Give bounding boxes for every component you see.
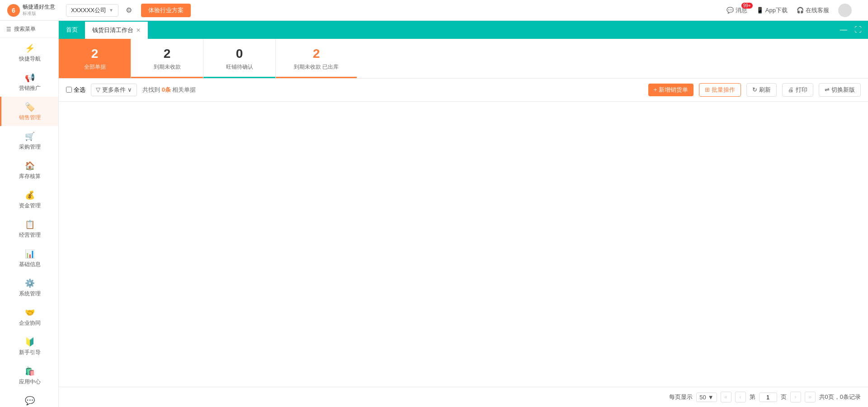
experience-button[interactable]: 体验行业方案 — [141, 4, 191, 17]
sidebar-item-finance[interactable]: 💰 资金管理 — [0, 185, 58, 214]
settings-icon[interactable]: ⚙ — [122, 4, 136, 17]
filter-icon: ▽ — [96, 86, 100, 93]
messages-badge: 99+ — [741, 3, 753, 9]
refresh-icon: ↻ — [752, 86, 757, 93]
sidebar-label-sales: 销售管理 — [19, 114, 41, 122]
last-page-button[interactable]: » — [805, 392, 816, 402]
tab-home[interactable]: 首页 — [59, 21, 85, 39]
top-header: 6 畅捷通好生意 标准版 XXXXXX公司 ▼ ⚙ 体验行业方案 💬 消息 99… — [0, 0, 868, 21]
company-arrow-icon: ▼ — [109, 8, 113, 13]
sidebar-label-beginner: 新手引导 — [19, 349, 41, 356]
sidebar-item-basic-info[interactable]: 📊 基础信息 — [0, 243, 58, 273]
online-service-label: 在线客服 — [806, 6, 829, 14]
sidebar-label-finance: 资金管理 — [19, 202, 41, 210]
app-name: 畅捷通好生意 — [23, 4, 55, 11]
refresh-button[interactable]: ↻ 刷新 — [746, 83, 777, 97]
sidebar-item-beginner[interactable]: 🔰 新手引导 — [0, 332, 58, 361]
sidebar-item-enterprise[interactable]: 🤝 企业协同 — [0, 302, 58, 332]
sidebar-label-marketing: 营销推广 — [19, 84, 41, 92]
tab-bar: 首页 钱货日清工作台 ✕ — ⛶ — [59, 21, 868, 39]
system-icon: ⚙️ — [25, 278, 35, 288]
messages-button[interactable]: 💬 消息 99+ — [726, 6, 747, 14]
sidebar-label-purchase: 采购管理 — [19, 143, 41, 151]
stat-num-all: 2 — [91, 46, 99, 61]
stat-underline-all — [59, 77, 131, 78]
per-page-label: 每页显示 — [669, 393, 693, 401]
stat-card-overdue[interactable]: 2 到期未收款 — [131, 39, 203, 78]
filter-label: 更多条件 — [102, 86, 126, 94]
stat-underline-overdue — [131, 77, 203, 78]
app-download-button[interactable]: 📱 App下载 — [756, 6, 788, 14]
switch-version-button[interactable]: ⇌ 切换新版 — [819, 83, 861, 97]
search-icon: ☰ — [6, 26, 11, 33]
company-selector[interactable]: XXXXXX公司 ▼ — [66, 4, 118, 17]
found-count: 0条 — [162, 86, 171, 93]
sidebar-item-operations[interactable]: 📋 经营管理 — [0, 214, 58, 243]
pagination-bar: 每页显示 50 ▼ « ‹ 第 页 › » 共0页，0条记录 — [59, 387, 868, 407]
tab-close-icon[interactable]: ✕ — [136, 27, 141, 33]
basic-info-icon: 📊 — [25, 249, 35, 259]
sidebar: ☰ 搜索菜单 ⚡ 快捷导航 📢 营销推广 🏷️ 销售管理 🛒 采购管理 🏠 库存… — [0, 21, 59, 407]
search-menu-button[interactable]: ☰ 搜索菜单 — [0, 21, 58, 38]
print-button[interactable]: 🖨 打印 — [782, 83, 813, 97]
refresh-label: 刷新 — [759, 86, 771, 94]
tab-minimize-button[interactable]: — — [837, 23, 850, 36]
page-number-input[interactable] — [759, 393, 777, 402]
select-all-input[interactable] — [66, 87, 72, 93]
first-page-button[interactable]: « — [721, 392, 731, 402]
found-prefix: 共找到 — [142, 86, 160, 93]
tab-home-label: 首页 — [66, 26, 78, 34]
search-menu-label: 搜索菜单 — [14, 25, 36, 33]
switch-label: 切换新版 — [831, 86, 855, 94]
sidebar-item-purchase[interactable]: 🛒 采购管理 — [0, 126, 58, 155]
stat-underline-pending — [203, 77, 275, 78]
beginner-icon: 🔰 — [25, 337, 35, 347]
print-label: 打印 — [796, 86, 807, 94]
marketing-icon: 📢 — [25, 73, 35, 83]
add-sales-order-button[interactable]: + 新增销货单 — [648, 84, 693, 96]
found-suffix: 相关单据 — [172, 86, 196, 93]
stat-card-pending[interactable]: 0 旺铺待确认 — [203, 39, 276, 78]
inventory-icon: 🏠 — [25, 161, 35, 171]
sidebar-item-app-center[interactable]: 🛍️ 应用中心 — [0, 361, 58, 390]
next-page-button[interactable]: › — [790, 392, 801, 402]
batch-label: 批量操作 — [712, 86, 735, 94]
tab-workspace[interactable]: 钱货日清工作台 ✕ — [85, 21, 148, 39]
stat-num-pending: 0 — [236, 46, 243, 61]
stat-label-not-shipped: 到期未收款 已出库 — [294, 63, 339, 71]
filter-button[interactable]: ▽ 更多条件 ∨ — [91, 84, 137, 96]
batch-operation-button[interactable]: ⊞ 批量操作 — [699, 83, 741, 97]
select-all-checkbox[interactable]: 全选 — [66, 86, 85, 94]
content-area: 首页 钱货日清工作台 ✕ — ⛶ 2 全部单据 2 — [59, 21, 868, 407]
sidebar-label-operations: 经营管理 — [19, 231, 41, 239]
message-icon: 💬 — [726, 7, 734, 14]
stats-row: 2 全部单据 2 到期未收款 0 旺铺待确认 2 到期未收款 已出库 — [59, 39, 868, 79]
found-text: 共找到 0条 相关单据 — [142, 86, 196, 94]
switch-icon: ⇌ — [825, 86, 830, 93]
quick-nav-icon: ⚡ — [25, 43, 35, 53]
sidebar-item-wechat[interactable]: 💬 企业微信 — [0, 390, 58, 407]
prev-page-button[interactable]: ‹ — [735, 392, 746, 402]
per-page-value: 50 — [699, 394, 706, 401]
avatar[interactable] — [838, 4, 852, 17]
online-service-button[interactable]: 🎧 在线客服 — [797, 6, 829, 14]
stat-card-all[interactable]: 2 全部单据 — [59, 39, 131, 78]
logo-icon: 6 — [7, 4, 20, 17]
sidebar-item-system[interactable]: ⚙️ 系统管理 — [0, 273, 58, 302]
stat-card-not-shipped[interactable]: 2 到期未收款 已出库 — [276, 39, 357, 78]
toolbar: 全选 ▽ 更多条件 ∨ 共找到 0条 相关单据 + 新增销货单 ⊞ 批量操作 — [59, 79, 868, 102]
sales-icon: 🏷️ — [25, 102, 35, 112]
sidebar-label-inventory: 库存核算 — [19, 173, 41, 180]
sidebar-item-inventory[interactable]: 🏠 库存核算 — [0, 155, 58, 185]
page-suffix: 页 — [781, 393, 787, 401]
tab-expand-button[interactable]: ⛶ — [852, 23, 864, 36]
operations-icon: 📋 — [25, 220, 35, 229]
app-download-label: App下载 — [765, 6, 788, 14]
header-right: 💬 消息 99+ 📱 App下载 🎧 在线客服 — [726, 4, 861, 17]
sidebar-item-quick-nav[interactable]: ⚡ 快捷导航 — [0, 38, 58, 67]
per-page-select[interactable]: 50 ▼ — [696, 393, 717, 402]
toolbar-right: + 新增销货单 ⊞ 批量操作 ↻ 刷新 🖨 打印 ⇌ — [648, 83, 861, 97]
sidebar-item-sales[interactable]: 🏷️ 销售管理 — [0, 97, 58, 126]
sidebar-item-marketing[interactable]: 📢 营销推广 — [0, 67, 58, 97]
per-page-arrow-icon: ▼ — [708, 394, 714, 401]
